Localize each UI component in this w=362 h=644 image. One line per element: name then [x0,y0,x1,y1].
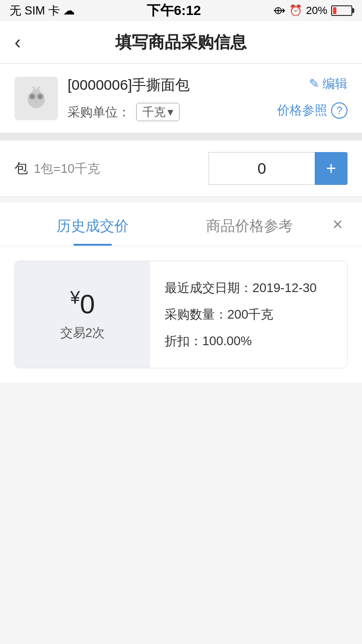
tab-history-price[interactable]: 历史成交价 [14,203,171,246]
owl-logo-icon [22,84,51,113]
history-card: ¥0 交易2次 最近成交日期：2019-12-30 采购数量：200千克 折扣：… [14,261,348,368]
unit-label: 采购单位： [68,104,130,121]
battery-percent: 20% [306,4,327,17]
edit-button[interactable]: ✎ 编辑 [309,75,348,92]
quantity-label: 包 1包=10千克 [14,159,100,178]
section-divider [0,133,362,140]
edit-icon: ✎ [309,76,320,91]
price-ref-help-icon: ? [331,102,348,119]
nav-bar: ‹ 填写商品采购信息 [0,21,362,64]
svg-point-3 [30,95,34,98]
product-unit-row: 采购单位： 千克 ▾ [68,103,190,121]
status-right: ⟴ ⏰ 20% [273,4,352,17]
quantity-plus-button[interactable]: + [315,152,348,185]
tab-close-button[interactable]: × [328,205,348,244]
svg-point-6 [32,89,40,94]
tab-bar: 历史成交价 商品价格参考 × [0,203,362,246]
product-section: [0000006]手撕面包 采购单位： 千克 ▾ ✎ 编辑 价格参照 ? [0,64,362,133]
discount-row: 折扣：100.00% [165,332,333,350]
recent-date-row: 最近成交日期：2019-12-30 [165,279,333,297]
history-card-details: 最近成交日期：2019-12-30 采购数量：200千克 折扣：100.00% [150,261,347,368]
alarm-icon: ⏰ [289,4,302,17]
purchase-qty-label: 采购数量： [165,307,227,322]
unit-dropdown[interactable]: 千克 ▾ [136,103,180,121]
page-title: 填写商品采购信息 [115,31,247,54]
pack-unit-text: 1包=10千克 [34,160,100,177]
status-time: 下午6:12 [147,1,201,20]
quantity-input[interactable]: 0 [209,152,315,185]
recent-date-label: 最近成交日期： [165,280,252,295]
status-bar: 无 SIM 卡 ☁ 下午6:12 ⟴ ⏰ 20% [0,0,362,21]
tab-section: 历史成交价 商品价格参考 × ¥0 交易2次 最近成交日期：2019-12-30… [0,203,362,383]
svg-point-4 [38,95,42,98]
product-header: [0000006]手撕面包 采购单位： 千克 ▾ ✎ 编辑 价格参照 ? [14,75,348,121]
quantity-row: 包 1包=10千克 0 + [0,140,362,196]
product-name: [0000006]手撕面包 [68,75,190,95]
purchase-qty-value: 200千克 [227,307,273,322]
discount-value: 100.00% [202,334,252,348]
tab-content-history: ¥0 交易2次 最近成交日期：2019-12-30 采购数量：200千克 折扣：… [0,246,362,383]
sim-status: 无 SIM 卡 ☁ [10,3,75,18]
pack-label: 包 [14,159,28,178]
quantity-controls: 0 + [209,152,348,185]
product-right: ✎ 编辑 价格参照 ? [277,75,348,119]
battery-icon [331,5,352,16]
tab-product-price-ref[interactable]: 商品价格参考 [171,203,327,246]
history-card-price-area: ¥0 交易2次 [15,261,150,368]
product-thumbnail [14,77,58,120]
svg-marker-8 [37,86,40,89]
product-left: [0000006]手撕面包 采购单位： 千克 ▾ [14,75,190,121]
currency-symbol: ¥ [70,288,80,308]
product-info: [0000006]手撕面包 采购单位： 千克 ▾ [68,75,190,121]
status-left: 无 SIM 卡 ☁ [10,3,75,18]
location-icon: ⟴ [273,4,285,17]
recent-date-value: 2019-12-30 [252,280,317,295]
bottom-empty-area [0,383,362,644]
price-reference-button[interactable]: 价格参照 ? [277,102,348,119]
row-separator [0,196,362,197]
discount-label: 折扣： [165,334,202,348]
history-price: ¥0 [70,288,95,320]
history-trades-count: 交易2次 [60,324,105,341]
back-button[interactable]: ‹ [14,31,21,53]
svg-marker-7 [32,86,35,89]
purchase-qty-row: 采购数量：200千克 [165,305,333,324]
